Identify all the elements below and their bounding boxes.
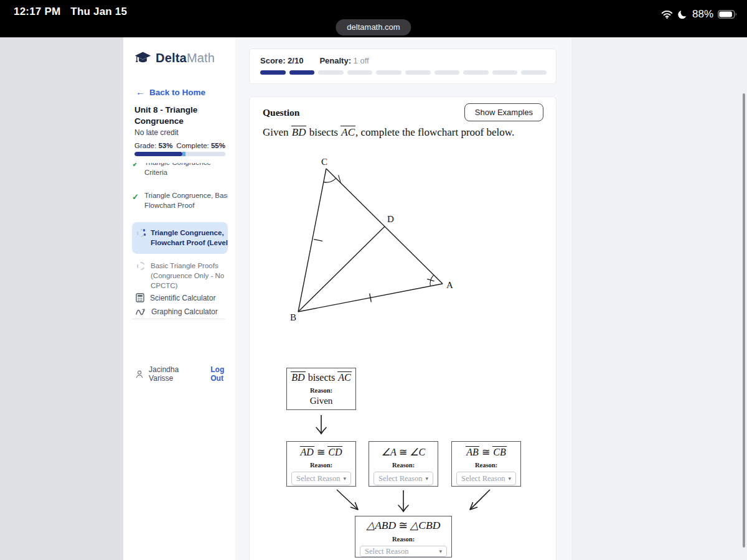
score-card: Score: 2/10Penalty: 1 off xyxy=(249,49,557,84)
unit-title-line2: Congruence xyxy=(134,116,197,127)
item-label-line: Criteria xyxy=(144,167,211,177)
arrow-down-icon xyxy=(314,414,329,437)
reason-value-given: Given xyxy=(310,396,333,406)
score-value: 2/10 xyxy=(288,56,303,65)
tool-label: Graphing Calculator xyxy=(151,307,218,316)
moon-focus-icon xyxy=(677,9,688,20)
logo-delta: Delta xyxy=(156,51,187,65)
user-row: Jacindha Varisse Log Out xyxy=(136,365,235,383)
prompt-rest: , complete the flowchart proof below. xyxy=(355,126,514,138)
item-label-line: Triangle Congruence xyxy=(144,163,211,167)
score-line: Score: 2/10Penalty: 1 off xyxy=(260,56,369,65)
show-examples-button[interactable]: Show Examples xyxy=(464,103,543,121)
caret-down-icon: ▾ xyxy=(343,475,346,482)
sidebar-divider xyxy=(132,319,225,319)
item-label-line: Triangle Congruence, Basic xyxy=(144,190,228,200)
sidebar-item-flowchart-level1-active[interactable]: Triangle Congruence,Flowchart Proof (Lev… xyxy=(132,222,228,253)
select-placeholder: Select Reason xyxy=(378,474,422,483)
item-label-line: Flowchart Proof xyxy=(144,200,228,210)
tick-mark-cb xyxy=(314,240,322,241)
logout-link[interactable]: Log Out xyxy=(210,365,235,383)
statement-angle-a-c: ∠A≅∠C xyxy=(382,446,426,458)
unit-title: Unit 8 - Triangle Congruence xyxy=(134,105,197,127)
progress-segment xyxy=(492,70,518,75)
reason-select[interactable]: Select Reason ▾ xyxy=(456,472,516,485)
back-arrow-icon: ← xyxy=(136,86,145,97)
penalty-value: 1 off xyxy=(354,56,369,65)
progress-segment xyxy=(435,70,460,75)
graph-wave-icon xyxy=(136,307,146,316)
sidebar-item-basic-triangle-proofs[interactable]: Basic Triangle Proofs(Congruence Only - … xyxy=(132,261,228,291)
page-right-gutter xyxy=(571,37,747,560)
page-left-gutter xyxy=(0,37,123,560)
flowchart-conclusion-box: △ABD≅△CBD Reason: Select Reason ▾ xyxy=(355,516,452,558)
logo-text: DeltaMath xyxy=(156,51,215,65)
question-card: Question Show Examples Given BD bisects … xyxy=(249,96,557,560)
question-prompt: Given BD bisects AC, complete the flowch… xyxy=(263,126,514,139)
graduation-cap-icon xyxy=(134,51,151,65)
statement-ad-cd: AD≅CD xyxy=(300,446,343,458)
battery-icon xyxy=(718,10,737,19)
ipad-screen: 12:17 PMThu Jan 15 deltamath.com 88% xyxy=(0,0,747,560)
browser-url-pill[interactable]: deltamath.com xyxy=(336,19,411,35)
grade-stat: Grade: 53% xyxy=(134,142,172,149)
item-label-line: Flowchart Proof (Level 1) xyxy=(151,238,228,248)
select-placeholder: Select Reason xyxy=(461,474,505,483)
segment-bd: BD xyxy=(291,126,307,138)
vertex-label-b: B xyxy=(290,312,296,322)
progress-segment xyxy=(405,70,431,75)
angle-arc-c xyxy=(324,179,336,182)
battery-percent: 88% xyxy=(692,8,713,21)
caret-down-icon: ▾ xyxy=(439,548,442,554)
complete-progress-fill xyxy=(182,152,185,156)
progress-segment xyxy=(289,70,315,75)
vertex-label-d: D xyxy=(387,214,394,224)
status-icons: 88% xyxy=(661,8,737,21)
reason-label: Reason: xyxy=(392,462,415,469)
grade-complete-row: Grade: 53% Complete: 55% xyxy=(134,142,225,149)
wifi-icon xyxy=(661,10,673,19)
status-bar: 12:17 PMThu Jan 15 deltamath.com 88% xyxy=(0,0,747,37)
reason-select[interactable]: Select Reason ▾ xyxy=(374,472,433,485)
prompt-bisects: bisects xyxy=(306,126,341,138)
grade-progress-fill xyxy=(134,152,182,156)
arrow-down-right-icon xyxy=(336,488,365,516)
check-icon: ✓ xyxy=(132,163,139,177)
prompt-given: Given xyxy=(263,126,291,138)
late-credit-note: No late credit xyxy=(134,128,179,137)
progress-segment xyxy=(318,70,344,75)
question-heading: Question xyxy=(263,107,299,118)
back-to-home-link[interactable]: ←Back to Home xyxy=(136,86,205,97)
progress-segment xyxy=(347,70,373,75)
deltamath-logo[interactable]: DeltaMath xyxy=(134,51,215,65)
select-placeholder: Select Reason xyxy=(365,547,408,556)
flowchart-box-ab-cb: AB≅CB Reason: Select Reason ▾ xyxy=(451,441,521,487)
scrollbar[interactable] xyxy=(743,93,745,548)
reason-label: Reason: xyxy=(310,462,332,469)
progress-circle-icon xyxy=(137,262,145,270)
reason-label: Reason: xyxy=(392,536,415,543)
graphing-calculator-link[interactable]: Graphing Calculator xyxy=(136,307,218,316)
item-label-line: CPCTC) xyxy=(151,281,224,291)
arrow-down-icon xyxy=(396,489,411,515)
progress-segment xyxy=(376,70,402,75)
flowchart-given-box: BD bisects AC Reason: Given xyxy=(286,368,356,410)
grade-progress-bar xyxy=(134,152,225,156)
arrow-down-left-icon xyxy=(463,488,492,516)
sidebar-item-basic-flowchart[interactable]: ✓ Triangle Congruence, BasicFlowchart Pr… xyxy=(132,190,228,210)
flowchart-box-ad-cd: AD≅CD Reason: Select Reason ▾ xyxy=(286,441,356,487)
complete-stat: Complete: 55% xyxy=(176,142,225,149)
status-date: Thu Jan 15 xyxy=(70,6,127,17)
caret-down-icon: ▾ xyxy=(425,475,428,482)
sidebar-item-congruence-criteria[interactable]: ✓ Triangle CongruenceCriteria xyxy=(132,163,228,177)
reason-label: Reason: xyxy=(310,387,332,394)
flowchart-box-angle-a-c: ∠A≅∠C Reason: Select Reason ▾ xyxy=(369,441,438,487)
reason-select[interactable]: Select Reason ▾ xyxy=(360,546,447,557)
score-label: Score: xyxy=(260,56,285,65)
scientific-calculator-link[interactable]: Scientific Calculator xyxy=(136,293,215,302)
assignment-list: ✓ Triangle CongruenceCriteria ✓ Triangle… xyxy=(132,163,228,291)
reason-select[interactable]: Select Reason ▾ xyxy=(291,472,351,485)
progress-circle-icon xyxy=(137,229,145,237)
statement-triangle-congruence: △ABD≅△CBD xyxy=(367,519,441,532)
progress-segment xyxy=(521,70,547,75)
